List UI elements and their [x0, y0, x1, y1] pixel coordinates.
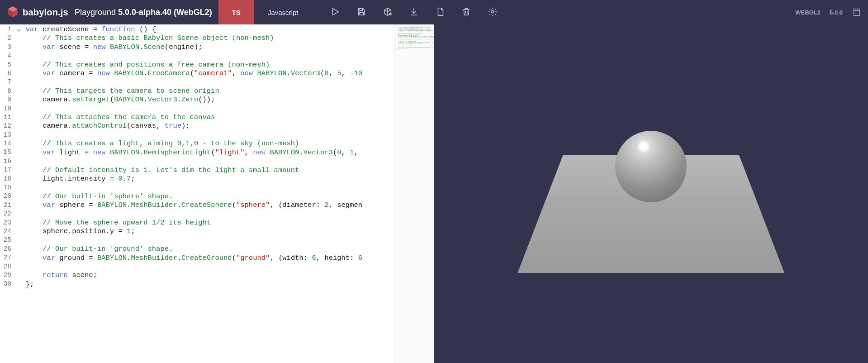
tab-javascript[interactable]: Javascript — [254, 0, 312, 24]
scene-sphere — [615, 131, 687, 202]
fold-column[interactable]: ⌄ — [17, 24, 25, 363]
file-icon — [435, 7, 445, 18]
svg-rect-2 — [854, 9, 860, 16]
new-button[interactable] — [435, 7, 446, 18]
save-icon — [356, 7, 366, 18]
code-editor[interactable]: 1234567891011121314151617181920212223242… — [0, 24, 434, 363]
header-right: WEBGL2 5.0.0 — [795, 0, 868, 24]
render-canvas[interactable] — [434, 24, 868, 363]
toolbar — [330, 0, 498, 24]
playground-label: Playground 5.0.0-alpha.40 (WebGL2) — [75, 8, 212, 17]
settings-button[interactable] — [487, 7, 498, 18]
play-icon — [330, 7, 340, 18]
fullscreen-button[interactable] — [852, 7, 862, 17]
main-split: 1234567891011121314151617181920212223242… — [0, 24, 868, 363]
clear-button[interactable] — [461, 7, 472, 18]
tab-js-label: Javascript — [268, 9, 299, 16]
tab-typescript[interactable]: TS — [218, 0, 254, 24]
brand[interactable]: babylon.js Playground 5.0.0-alpha.40 (We… — [0, 0, 218, 24]
app-header: babylon.js Playground 5.0.0-alpha.40 (We… — [0, 0, 868, 24]
cube-gear-icon — [383, 7, 393, 18]
save-button[interactable] — [356, 7, 367, 18]
gear-icon — [488, 7, 498, 18]
version-label[interactable]: 5.0.0 — [830, 9, 843, 16]
trash-icon — [461, 7, 471, 18]
code-area[interactable]: var createScene = function () { // This … — [25, 24, 362, 363]
scene — [434, 24, 868, 363]
tab-ts-label: TS — [232, 9, 241, 16]
run-button[interactable] — [330, 7, 341, 18]
svg-point-1 — [492, 10, 494, 13]
minimap[interactable]: var createScene = function () { // This … — [394, 24, 434, 363]
engine-label[interactable]: WEBGL2 — [795, 9, 821, 16]
download-button[interactable] — [408, 7, 419, 18]
fullscreen-icon — [852, 12, 862, 19]
download-icon — [409, 7, 419, 18]
inspector-button[interactable] — [382, 7, 393, 18]
line-number-gutter: 1234567891011121314151617181920212223242… — [0, 24, 17, 363]
logo-icon — [6, 5, 19, 19]
brand-name: babylon.js — [23, 7, 68, 18]
